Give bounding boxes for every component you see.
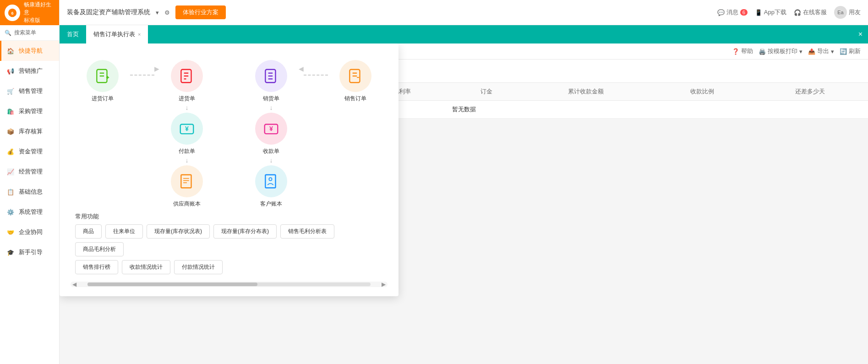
svg-text:6: 6	[11, 11, 13, 15]
flow-section: 进货订单 ▶ 进货单	[71, 53, 388, 208]
flow-row-5: 供应商账本 客户账本	[75, 165, 383, 208]
purchase-bill-circle	[171, 60, 203, 92]
message-label: 消息	[726, 8, 738, 16]
down-arrow-sales: ↓	[270, 104, 273, 111]
receipt-circle: ¥	[255, 113, 287, 145]
flow-node-payment[interactable]: ¥ 付款单	[159, 113, 214, 155]
export-dropdown-icon: ▾	[831, 48, 834, 55]
tab-bar: 首页 销售订单执行表 × ×	[60, 25, 868, 43]
tab-sales-order[interactable]: 销售订单执行表 ×	[86, 25, 148, 43]
help-btn[interactable]: ❓ 帮助	[732, 47, 753, 55]
avatar: Ea	[834, 6, 847, 19]
sidebar: 6 畅康通好生意 标准版 🔍 搜索菜单 🏠 快捷导航 📢 营销推广 🛒 销售管理	[0, 0, 60, 364]
logo-icon: 6	[5, 5, 20, 21]
tab-home[interactable]: 首页	[60, 25, 86, 43]
sales-order-circle	[339, 60, 371, 92]
system-title: 装备及固定资产辅助管理系统	[67, 8, 150, 16]
scrollbar-track	[87, 283, 371, 286]
func-btn-sales-rank[interactable]: 销售排行榜	[75, 260, 118, 274]
sidebar-item-guide[interactable]: 🎓 新手引导	[0, 242, 59, 262]
search-menu[interactable]: 🔍 搜索菜单	[0, 25, 59, 41]
print-dropdown-icon: ▾	[799, 48, 802, 55]
common-functions: 常用功能 商品 往来单位 现存量(库存状况表) 现存量(库存分布表) 销售毛利分…	[71, 208, 388, 274]
function-buttons-row2: 销售排行榜 收款情况统计 付款情况统计	[75, 260, 383, 274]
settings-button[interactable]: ⚙	[164, 9, 170, 16]
svg-point-25	[269, 178, 272, 180]
print-icon: 🖨️	[759, 48, 766, 55]
col-deposit: 订金	[454, 83, 519, 101]
sales-icon: 🛒	[6, 87, 15, 96]
user-label: 用友	[849, 8, 861, 16]
tab-home-label: 首页	[67, 30, 79, 38]
flow-node-customer-ledger[interactable]: 客户账本	[244, 165, 299, 208]
logo-area: 6 畅康通好生意 标准版	[0, 0, 59, 25]
svg-rect-24	[265, 175, 275, 188]
func-btn-sales-profit[interactable]: 销售毛利分析表	[280, 224, 334, 239]
func-btn-payment-stats[interactable]: 付款情况统计	[174, 260, 223, 274]
scroll-right-arrow[interactable]: ▶	[380, 281, 388, 288]
experience-btn[interactable]: 体验行业方案	[175, 5, 226, 19]
flow-node-sales-order[interactable]: 销售订单	[328, 60, 383, 103]
flow-node-purchase-bill[interactable]: 进货单	[159, 60, 214, 103]
sidebar-item-finance[interactable]: 💰 资金管理	[0, 141, 59, 162]
tab-sales-order-label: 销售订单执行表	[93, 30, 135, 38]
sidebar-item-quick-nav[interactable]: 🏠 快捷导航	[0, 41, 59, 61]
logo-text: 畅康通好生意 标准版	[24, 1, 55, 24]
help-label: 帮助	[741, 47, 753, 55]
col-receipt-ratio: 收款比例	[652, 83, 752, 101]
down-arrow-receipt: ↓	[270, 157, 273, 163]
sidebar-item-inventory[interactable]: 📦 库存核算	[0, 121, 59, 141]
purchase-bill-label: 进货单	[179, 95, 195, 103]
svg-text:¥: ¥	[185, 125, 189, 132]
marketing-icon: 📢	[6, 66, 15, 76]
func-btn-receipt-stats[interactable]: 收款情况统计	[122, 260, 170, 274]
flow-node-purchase-order[interactable]: 进货订单	[75, 60, 130, 103]
purchase-icon: 🛍️	[6, 107, 15, 116]
supplier-ledger-circle	[171, 165, 203, 197]
purchase-order-circle	[87, 60, 119, 92]
guide-icon: 🎓	[6, 248, 15, 257]
sales-bill-circle	[255, 60, 287, 92]
function-buttons: 商品 往来单位 现存量(库存状况表) 现存量(库存分布表) 销售毛利分析表 商品…	[75, 224, 383, 256]
func-btn-stock-dist[interactable]: 现存量(库存分布表)	[213, 224, 277, 239]
func-btn-contacts[interactable]: 往来单位	[105, 224, 143, 239]
sidebar-item-enterprise[interactable]: 🤝 企业协同	[0, 222, 59, 242]
func-btn-goods-profit[interactable]: 商品毛利分析	[75, 242, 124, 256]
app-download-btn[interactable]: 📱 App下载	[755, 8, 786, 16]
popup-scrollbar[interactable]: ◀ ▶	[71, 282, 388, 287]
sidebar-item-base-info[interactable]: 📋 基础信息	[0, 182, 59, 202]
scroll-left-arrow[interactable]: ◀	[71, 281, 78, 288]
template-print-btn[interactable]: 🖨️ 按模板打印 ▾	[759, 47, 802, 55]
func-btn-goods[interactable]: 商品	[75, 224, 102, 239]
online-service-btn[interactable]: 🎧 在线客服	[794, 8, 827, 16]
payment-label: 付款单	[179, 147, 195, 155]
col-total-receipt: 累计收款金额	[519, 83, 653, 101]
sidebar-item-operations[interactable]: 📈 经营管理	[0, 162, 59, 182]
sidebar-item-marketing[interactable]: 📢 营销推广	[0, 61, 59, 81]
export-btn[interactable]: 📤 导出 ▾	[808, 47, 834, 55]
sidebar-item-purchase[interactable]: 🛍️ 采购管理	[0, 101, 59, 121]
system-dropdown[interactable]: ▾	[156, 9, 159, 16]
tab-close-icon[interactable]: ×	[138, 32, 141, 37]
arrow-row-4: ↓ ↓	[75, 157, 383, 163]
finance-icon: 💰	[6, 147, 15, 156]
func-btn-stock-status[interactable]: 现存量(库存状况表)	[147, 224, 210, 239]
connector-1: ▶	[130, 65, 159, 85]
template-print-label: 按模板打印	[768, 47, 797, 55]
export-label: 导出	[817, 47, 829, 55]
sidebar-item-sales[interactable]: 🛒 销售管理	[0, 81, 59, 101]
down-arrow-purchase: ↓	[186, 104, 189, 111]
receipt-label: 收款单	[263, 147, 279, 155]
user-btn[interactable]: Ea 用友	[834, 6, 861, 19]
sidebar-item-system[interactable]: ⚙️ 系统管理	[0, 202, 59, 222]
flow-node-sales-bill[interactable]: 销货单	[244, 60, 299, 103]
refresh-btn[interactable]: 🔄 刷新	[840, 47, 861, 55]
flow-node-receipt[interactable]: ¥ 收款单	[244, 113, 299, 155]
message-btn[interactable]: 💬 消息 6	[717, 8, 748, 16]
sales-order-label: 销售订单	[344, 95, 366, 103]
tab-bar-close-btn[interactable]: ×	[853, 30, 868, 38]
arrow-row-2: ↓ ↓	[75, 104, 383, 111]
header-actions: 💬 消息 6 📱 App下载 🎧 在线客服 Ea 用友	[717, 6, 861, 19]
flow-node-supplier-ledger[interactable]: 供应商账本	[159, 165, 214, 208]
base-info-icon: 📋	[6, 187, 15, 196]
